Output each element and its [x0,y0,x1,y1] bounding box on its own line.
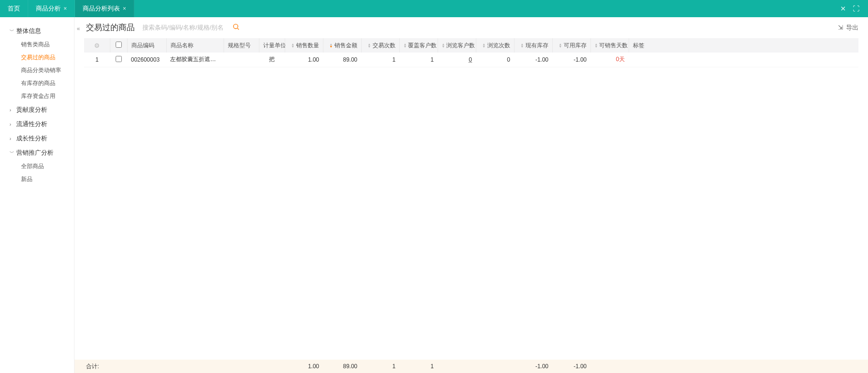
cell-tag [629,53,858,67]
sidebar-group-overall[interactable]: ﹀ 整体信息 [0,24,74,38]
page-title: 交易过的商品 [86,22,135,33]
sidebar-group-label: 贡献度分析 [16,106,47,114]
col-checkbox-all[interactable] [110,38,127,53]
checkbox-all[interactable] [116,42,122,48]
sidebar-item-stock-capital[interactable]: 库存资金占用 [0,90,74,103]
totals-label: 合计: [84,360,127,373]
chevron-right-icon: › [10,136,14,141]
tab-home[interactable]: 首页 [0,0,28,17]
chevron-right-icon: › [10,107,14,113]
col-code[interactable]: 商品编码 [127,38,166,53]
totals-amount: 89.00 [323,360,361,373]
sort-icon: ▲▼ [521,43,524,48]
sidebar-group-label: 营销推广分析 [16,149,54,157]
sort-icon: ▲▼ [404,43,407,48]
totals-qty: 1.00 [285,360,323,373]
sort-icon: ▲▼ [330,43,333,48]
cell-stock: -1.00 [514,53,552,67]
sidebar-item-traded-products[interactable]: 交易过的商品 [0,51,74,64]
data-table: ⚙ 商品编码 商品名称 规格型号 计量单位 ▲▼销售数量 ▲▼销售金额 ▲▼交易… [84,38,858,67]
cell-spec [224,53,259,67]
col-settings[interactable]: ⚙ [84,38,110,53]
row-checkbox[interactable] [116,56,122,62]
col-name[interactable]: 商品名称 [166,38,224,53]
sidebar: ﹀ 整体信息 销售类商品 交易过的商品 商品分类动销率 有库存的商品 库存资金占… [0,17,75,373]
col-txn[interactable]: ▲▼交易次数 [361,38,399,53]
col-spec[interactable]: 规格型号 [224,38,259,53]
search-icon[interactable] [232,23,240,32]
col-vcust[interactable]: ▲▼浏览客户数 [438,38,476,53]
sidebar-group-growth[interactable]: › 成长性分析 [0,131,74,146]
totals-cust: 1 [399,360,438,373]
sidebar-item-new-products[interactable]: 新品 [0,173,74,186]
export-icon: ⇲ [838,24,843,31]
sidebar-item-category-rate[interactable]: 商品分类动销率 [0,64,74,77]
sort-icon: ▲▼ [442,43,445,48]
cell-unit: 把 [259,53,285,67]
tab-label: 商品分析列表 [83,4,120,13]
svg-line-1 [237,28,239,30]
sidebar-item-all-products[interactable]: 全部商品 [0,160,74,173]
totals-row: 合计: 1.00 89.00 1 1 -1.00 -1.00 [75,360,868,373]
search-input[interactable] [142,24,228,31]
col-astock[interactable]: ▲▼可用库存 [552,38,590,53]
cell-checkbox[interactable] [110,53,127,67]
col-qty[interactable]: ▲▼销售数量 [285,38,323,53]
cell-name: 左都胶囊五折遮阳伞防晒伞; [166,53,224,67]
tab-product-analysis-list[interactable]: 商品分析列表 × [75,0,134,17]
sort-icon: ▲▼ [291,43,295,48]
totals-astock: -1.00 [552,360,590,373]
col-tag[interactable]: 标签 [629,38,858,53]
sidebar-group-circulation[interactable]: › 流通性分析 [0,117,74,131]
sidebar-group-contribution[interactable]: › 贡献度分析 [0,103,74,117]
close-icon[interactable]: ✕ [840,5,846,12]
col-views[interactable]: ▲▼浏览次数 [476,38,514,53]
cell-astock: -1.00 [552,53,590,67]
sidebar-group-label: 成长性分析 [16,134,47,143]
sidebar-item-in-stock-products[interactable]: 有库存的商品 [0,77,74,90]
cell-views: 0 [476,53,514,67]
export-button[interactable]: ⇲ 导出 [838,23,858,32]
svg-point-0 [234,24,238,29]
col-amount[interactable]: ▲▼销售金额 [323,38,361,53]
table-wrap: ⚙ 商品编码 商品名称 规格型号 计量单位 ▲▼销售数量 ▲▼销售金额 ▲▼交易… [75,38,868,360]
fullscreen-icon[interactable]: ⛶ [853,5,859,12]
totals-stock: -1.00 [514,360,552,373]
cell-amount: 89.00 [323,53,361,67]
cell-days: 0天 [590,53,629,67]
col-unit[interactable]: 计量单位 [259,38,285,53]
top-tabbar: 首页 商品分析 × 商品分析列表 × ✕ ⛶ [0,0,868,17]
close-icon[interactable]: × [123,5,126,12]
sort-icon: ▲▼ [559,43,562,48]
tab-label: 商品分析 [36,4,61,13]
sidebar-group-label: 流通性分析 [16,120,47,128]
cell-cust: 1 [399,53,438,67]
chevron-down-icon: ﹀ [10,149,14,156]
tab-home-label: 首页 [8,4,20,13]
sort-icon: ▲▼ [595,43,598,48]
col-stock[interactable]: ▲▼现有库存 [514,38,552,53]
page-header: 交易过的商品 ⇲ 导出 [75,17,868,38]
collapse-sidebar-icon[interactable]: « [74,24,83,33]
table-row[interactable]: 1 002600003 左都胶囊五折遮阳伞防晒伞; 把 1.00 89.00 1… [84,53,858,67]
sort-icon: ▲▼ [368,43,371,48]
sidebar-group-label: 整体信息 [16,27,41,35]
cell-vcust[interactable]: 0 [438,53,476,67]
totals-txn: 1 [361,360,399,373]
cell-qty: 1.00 [285,53,323,67]
sidebar-group-marketing[interactable]: ﹀ 营销推广分析 [0,146,74,160]
chevron-down-icon: ﹀ [10,28,14,34]
cell-index: 1 [84,53,110,67]
tab-product-analysis[interactable]: 商品分析 × [28,0,75,17]
col-days[interactable]: ▲▼可销售天数 [590,38,629,53]
cell-txn: 1 [361,53,399,67]
col-cust[interactable]: ▲▼覆盖客户数 [399,38,438,53]
sort-icon: ▲▼ [482,43,486,48]
gear-icon: ⚙ [94,42,100,49]
chevron-right-icon: › [10,122,14,127]
export-label: 导出 [846,23,858,32]
sidebar-item-sales-products[interactable]: 销售类商品 [0,38,74,51]
cell-code: 002600003 [127,53,166,67]
close-icon[interactable]: × [64,5,67,12]
